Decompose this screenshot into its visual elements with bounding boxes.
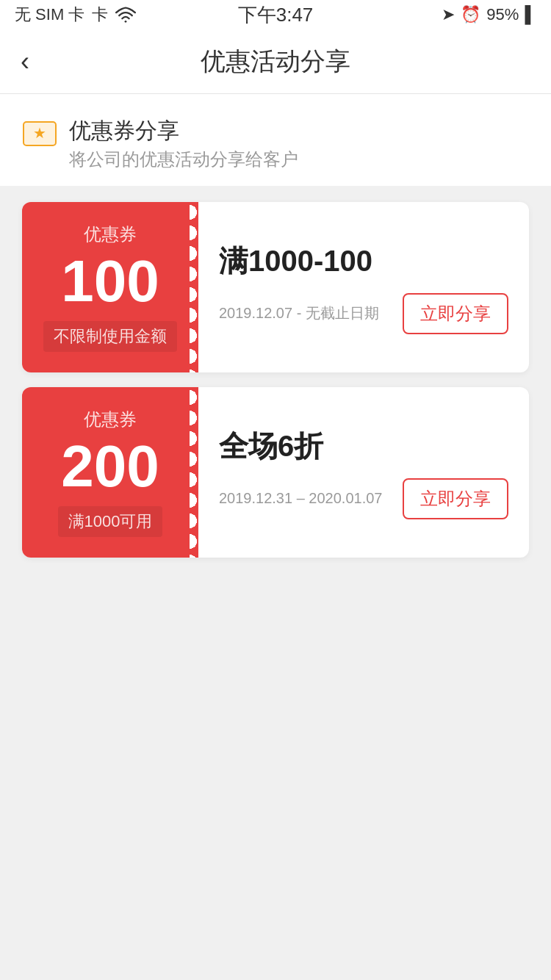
status-bar: 无 SIM 卡 卡 下午3:47 ➤ ⏰ 95% ▌ <box>0 0 551 29</box>
coupon-right-2: 全场6折 2019.12.31 – 2020.01.07 立即分享 <box>198 387 529 558</box>
coupon-footer-1: 2019.12.07 - 无截止日期 立即分享 <box>219 293 508 334</box>
share-button-1[interactable]: 立即分享 <box>403 293 508 334</box>
coupon-amount-1: 100 <box>61 252 159 311</box>
status-left: 无 SIM 卡 卡 <box>15 4 136 26</box>
coupon-date-1: 2019.12.07 - 无截止日期 <box>219 303 394 323</box>
location-icon: ➤ <box>442 5 455 24</box>
coupon-label-1: 优惠券 <box>84 223 137 246</box>
page-title: 优惠活动分享 <box>201 45 350 79</box>
status-time: 下午3:47 <box>238 2 314 28</box>
wifi-icon <box>115 7 136 23</box>
coupon-share-icon: ★ <box>22 116 57 151</box>
svg-text:★: ★ <box>33 125 46 141</box>
battery-text: 95% <box>486 5 519 24</box>
coupon-date-2: 2019.12.31 – 2020.01.07 <box>219 490 394 507</box>
coupon-condition-1: 不限制使用金额 <box>43 321 177 352</box>
section-text: 优惠券分享 将公司的优惠活动分享给客户 <box>69 116 298 171</box>
status-right: ➤ ⏰ 95% ▌ <box>442 5 536 24</box>
section-title: 优惠券分享 <box>69 116 298 145</box>
coupon-right-1: 满1000-100 2019.12.07 - 无截止日期 立即分享 <box>198 202 529 372</box>
coupon-footer-2: 2019.12.31 – 2020.01.07 立即分享 <box>219 478 508 519</box>
coupon-label-2: 优惠券 <box>84 408 137 431</box>
coupon-amount-2: 200 <box>61 437 159 496</box>
coupon-card-2: 优惠券 200 满1000可用 全场6折 2019.12.31 – 2020.0… <box>22 387 529 558</box>
share-button-2[interactable]: 立即分享 <box>403 478 508 519</box>
carrier-text: 无 SIM 卡 <box>15 4 84 26</box>
coupon-card-1: 优惠券 100 不限制使用金额 满1000-100 2019.12.07 - 无… <box>22 202 529 372</box>
coupon-name-1: 满1000-100 <box>219 241 508 281</box>
nav-bar: ‹ 优惠活动分享 <box>0 29 551 94</box>
coupon-condition-2: 满1000可用 <box>58 506 163 537</box>
section-header: ★ 优惠券分享 将公司的优惠活动分享给客户 <box>0 94 551 186</box>
coupon-list: 优惠券 100 不限制使用金额 满1000-100 2019.12.07 - 无… <box>0 187 551 572</box>
sim-icon: 卡 <box>92 4 108 26</box>
section-subtitle: 将公司的优惠活动分享给客户 <box>69 148 298 171</box>
alarm-icon: ⏰ <box>461 5 480 24</box>
coupon-name-2: 全场6折 <box>219 426 508 466</box>
battery-icon: ▌ <box>525 5 536 24</box>
coupon-left-1: 优惠券 100 不限制使用金额 <box>22 202 198 372</box>
coupon-left-2: 优惠券 200 满1000可用 <box>22 387 198 558</box>
back-button[interactable]: ‹ <box>21 48 29 75</box>
empty-area <box>0 572 551 940</box>
svg-point-0 <box>125 21 127 23</box>
